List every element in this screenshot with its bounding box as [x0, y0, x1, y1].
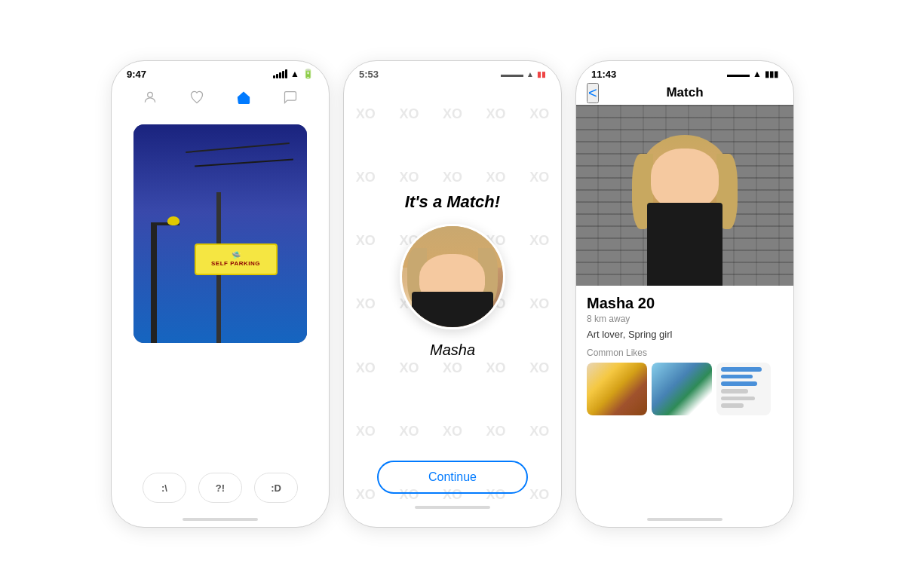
signal-icon-2: ▬▬▬ [501, 70, 523, 78]
profile-age: 20 [638, 295, 655, 311]
reaction-btn-1[interactable]: :\ [143, 473, 186, 503]
status-time-3: 11:43 [591, 69, 616, 80]
home-indicator-1 [112, 512, 329, 527]
battery-icon-3: ▮▮▮ [765, 69, 778, 79]
common-likes-label: Common Likes [587, 348, 783, 358]
girl-figure [624, 135, 745, 286]
home-bar-1 [183, 518, 258, 521]
xo-cell: XO [344, 400, 388, 463]
status-bar-1: 9:47 ▲ 🔋 [112, 61, 329, 82]
xo-cell: XO [344, 336, 388, 400]
home-indicator-3 [576, 512, 793, 527]
reaction-btn-2[interactable]: ?! [198, 473, 242, 503]
profile-bio: Art lover, Spring girl [587, 329, 783, 340]
nav-bar-1 [112, 82, 329, 112]
xo-cell: XO [344, 273, 388, 336]
profile-distance: 8 km away [587, 314, 783, 324]
parking-scene: 🛸 SELF PARKING [133, 124, 307, 343]
battery-icon-2: ▮▮ [537, 70, 546, 78]
like-thumb-2[interactable] [652, 363, 712, 415]
xo-cell: XO [517, 400, 561, 463]
status-bar-2: 5:53 ▬▬▬ ▲ ▮▮ [344, 61, 561, 82]
lamp-bulb [167, 216, 179, 225]
match-title: It's a Match! [405, 192, 500, 212]
battery-icon-1: 🔋 [302, 69, 314, 79]
profile-name-age: Masha 20 [587, 295, 783, 312]
match-main: It's a Match! Masha [400, 90, 505, 461]
xo-cell: XO [517, 145, 561, 209]
home-bar-3 [647, 518, 722, 521]
screenshots-container: 9:47 ▲ 🔋 [96, 45, 809, 543]
phone3-content: Masha 20 8 km away Art lover, Spring gir… [576, 105, 793, 512]
continue-button[interactable]: Continue [377, 461, 528, 494]
wifi-icon-3: ▲ [753, 69, 762, 79]
home-bar-2 [415, 506, 490, 509]
nav-chat[interactable] [280, 87, 301, 108]
common-likes-grid [587, 363, 783, 415]
girl-photo [576, 105, 793, 286]
photo-card: 🛸 SELF PARKING [133, 124, 307, 343]
girl-body [647, 203, 722, 286]
wifi-icon-2: ▲ [526, 70, 534, 78]
back-button[interactable]: < [587, 83, 599, 103]
phone-2: 5:53 ▬▬▬ ▲ ▮▮ XO XO XO XO XO XO XO XO XO… [343, 60, 562, 528]
text-line-4 [721, 389, 748, 394]
xo-cell: XO [344, 82, 388, 145]
sign-ufo-icon: 🛸 [232, 252, 241, 259]
nav-likes[interactable] [186, 87, 207, 108]
status-time-2: 5:53 [359, 69, 379, 80]
text-line-6 [721, 403, 744, 408]
like-thumb-3 [716, 363, 771, 415]
text-line-3 [721, 381, 757, 386]
xo-cell: XO [517, 273, 561, 336]
text-line-2 [721, 375, 753, 379]
xo-cell: XO [517, 82, 561, 145]
xo-cell: XO [344, 210, 388, 273]
wire-1 [186, 142, 290, 153]
status-bar-3: 11:43 ▬▬▬ ▲ ▮▮▮ [576, 61, 793, 82]
reaction-buttons: :\ ?! :D [112, 464, 329, 512]
text-line-5 [721, 397, 755, 401]
avatar-image [402, 226, 503, 327]
xo-cell: XO [517, 210, 561, 273]
nav-profile[interactable] [140, 87, 161, 108]
lamp-arm [157, 222, 179, 225]
status-time-1: 9:47 [127, 69, 146, 80]
phone1-content: 🛸 SELF PARKING [112, 112, 329, 464]
svg-point-0 [148, 92, 153, 97]
wifi-icon-1: ▲ [290, 69, 299, 79]
status-icons-2: ▬▬▬ ▲ ▮▮ [501, 70, 546, 78]
reaction-btn-3[interactable]: :D [254, 473, 298, 503]
avatar-body [412, 292, 492, 327]
profile-photo [576, 105, 793, 286]
xo-cell: XO [344, 145, 388, 209]
status-icons-3: ▬▬▬ ▲ ▮▮▮ [727, 69, 778, 79]
status-icons-1: ▲ 🔋 [273, 69, 314, 79]
streetlamp [151, 222, 157, 343]
text-line-1 [721, 367, 762, 372]
xo-cell: XO [517, 336, 561, 400]
signal-icon-3: ▬▬▬ [727, 70, 750, 78]
sign-text: SELF PARKING [211, 260, 260, 267]
phone2-content: XO XO XO XO XO XO XO XO XO XO XO XO XO X… [344, 82, 561, 527]
girl-face [651, 149, 719, 209]
profile-name: Masha [587, 295, 634, 311]
home-indicator-2 [415, 500, 490, 515]
phone3-header: < Match [576, 82, 793, 105]
match-avatar-2 [400, 224, 505, 329]
phone-1: 9:47 ▲ 🔋 [111, 60, 330, 528]
signal-icon-1 [273, 69, 287, 78]
wire-2 [195, 158, 293, 167]
nav-home[interactable] [233, 87, 254, 108]
like-thumb-1[interactable] [587, 363, 647, 415]
match-name: Masha [430, 341, 475, 359]
parking-sign: 🛸 SELF PARKING [195, 243, 278, 275]
page-title-3: Match [666, 85, 703, 100]
phone-3: 11:43 ▬▬▬ ▲ ▮▮▮ < Match [575, 60, 794, 528]
profile-info: Masha 20 8 km away Art lover, Spring gir… [576, 286, 793, 415]
